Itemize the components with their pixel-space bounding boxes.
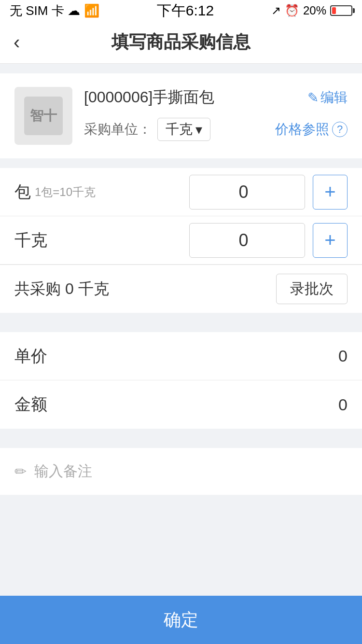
batch-button[interactable]: 录批次 [276, 274, 348, 304]
unit-select-group: 采购单位： 千克 ▾ [84, 118, 210, 141]
kg-quantity-input[interactable] [189, 223, 305, 258]
wifi-icon: 📶 [84, 3, 99, 18]
unit-price-value: 0 [338, 347, 348, 365]
unit-dropdown[interactable]: 千克 ▾ [157, 118, 210, 141]
product-image: 智十 [14, 87, 72, 145]
product-card: 智十 [0000006]手撕面包 ✎ 编辑 采购单位： 千克 ▾ 价格参照 ? [0, 73, 362, 158]
edit-label: 编辑 [320, 88, 348, 107]
notes-section[interactable]: ✏ 输入备注 [0, 448, 362, 495]
unit-value: 千克 [166, 120, 193, 139]
status-left: 无 SIM 卡 ☁ 📶 [10, 2, 99, 19]
confirm-button[interactable]: 确定 [0, 596, 362, 644]
unit-price-label: 单价 [14, 345, 47, 367]
status-right: ↗ ⏰ 20% [271, 4, 352, 17]
bag-plus-button[interactable]: + [313, 175, 348, 210]
nav-bar: ‹ 填写商品采购信息 [0, 21, 362, 64]
price-section: 单价 0 金额 0 [0, 332, 362, 429]
amount-row: 金额 0 [0, 380, 362, 429]
page-title: 填写商品采购信息 [111, 30, 251, 54]
product-info: [0000006]手撕面包 ✎ 编辑 采购单位： 千克 ▾ 价格参照 ? [84, 87, 348, 141]
status-time: 下午6:12 [157, 1, 214, 21]
bag-input-group: + [189, 175, 348, 210]
amount-label: 金额 [14, 393, 47, 416]
unit-label: 采购单位： [84, 120, 152, 139]
kg-input-row: 千克 + [0, 216, 362, 265]
bag-hint: 1包=10千克 [35, 184, 96, 200]
status-bar: 无 SIM 卡 ☁ 📶 下午6:12 ↗ ⏰ 20% [0, 0, 362, 21]
location-icon: ↗ [271, 4, 281, 17]
kg-label: 千克 [14, 229, 47, 252]
kg-input-group: + [189, 223, 348, 258]
edit-icon: ✎ [307, 90, 319, 106]
divider-1 [0, 158, 362, 168]
product-name-row: [0000006]手撕面包 ✎ 编辑 [84, 87, 348, 108]
pencil-icon: ✏ [14, 463, 27, 480]
unit-row: 采购单位： 千克 ▾ 价格参照 ? [84, 118, 348, 141]
sim-label: 无 SIM 卡 ☁ [10, 2, 80, 19]
amount-value: 0 [338, 395, 348, 414]
alarm-icon: ⏰ [285, 4, 299, 17]
input-section: 包 1包=10千克 + 千克 + [0, 168, 362, 265]
question-icon: ? [332, 122, 348, 137]
dropdown-arrow-icon: ▾ [195, 122, 202, 138]
bag-label: 包 [14, 181, 31, 203]
price-ref-label: 价格参照 [275, 120, 329, 139]
back-button[interactable]: ‹ [14, 31, 20, 53]
total-label: 共采购 0 千克 [14, 279, 109, 300]
battery-percent: 20% [303, 4, 326, 17]
notes-placeholder: 输入备注 [34, 462, 92, 481]
divider-3 [0, 429, 362, 438]
product-logo: 智十 [24, 97, 63, 135]
bag-quantity-input[interactable] [189, 175, 305, 210]
kg-plus-button[interactable]: + [313, 223, 348, 258]
edit-button[interactable]: ✎ 编辑 [307, 88, 348, 107]
price-ref-button[interactable]: 价格参照 ? [275, 120, 348, 139]
unit-price-row: 单价 0 [0, 332, 362, 380]
divider-2 [0, 313, 362, 322]
total-row: 共采购 0 千克 录批次 [0, 265, 362, 313]
product-name: [0000006]手撕面包 [84, 87, 214, 108]
bag-input-row: 包 1包=10千克 + [0, 168, 362, 216]
battery-icon [330, 5, 352, 16]
